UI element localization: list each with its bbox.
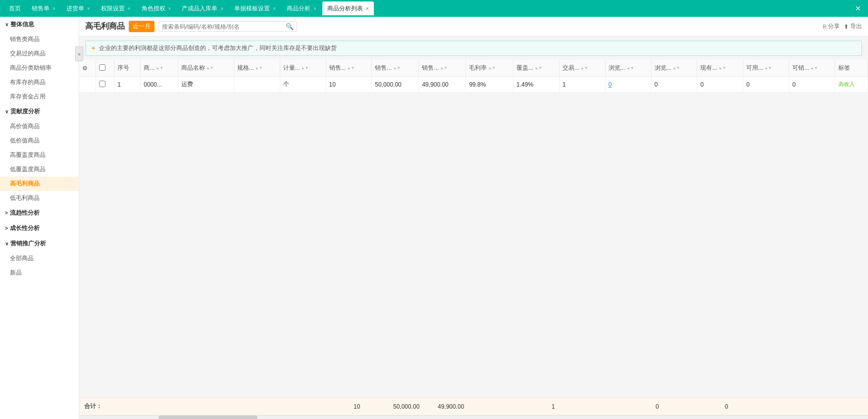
- settings-icon[interactable]: ⚙: [82, 65, 88, 72]
- export-button[interactable]: ⬆ 导出: [844, 22, 862, 31]
- nav-item-单据模板设置[interactable]: 单据模板设置 ×: [229, 1, 281, 15]
- sidebar-item-低毛利商品[interactable]: 低毛利商品: [0, 191, 79, 205]
- search-input[interactable]: [162, 23, 286, 30]
- tag-label: 高收入: [838, 81, 855, 87]
- sidebar-item-商品分类助销率[interactable]: 商品分类助销率: [0, 61, 79, 75]
- footer-total-cell: [687, 403, 722, 410]
- tab-close-icon[interactable]: ×: [87, 6, 90, 11]
- scrollbar-thumb[interactable]: [158, 416, 257, 419]
- nav-item-角色授权[interactable]: 角色授权 ×: [137, 1, 176, 15]
- nav-item-商品分析列表[interactable]: 商品分析列表 ×: [322, 1, 374, 15]
- cell-stock_current: 0: [697, 77, 743, 93]
- col-header-spec[interactable]: 规格...▲▼: [234, 60, 280, 77]
- col-header-code[interactable]: 商...▲▼: [141, 60, 178, 77]
- sort-icon[interactable]: ▲▼: [626, 66, 634, 70]
- cell-spec: [234, 77, 280, 93]
- tab-close-icon[interactable]: ×: [273, 6, 276, 11]
- select-all-checkbox[interactable]: [99, 64, 105, 71]
- col-header-unit[interactable]: 计量...▲▼: [280, 60, 326, 77]
- tab-close-icon[interactable]: ×: [128, 6, 131, 11]
- col-header-stock_available[interactable]: 可用...▲▼: [743, 60, 789, 77]
- sort-icon[interactable]: ▲▼: [810, 66, 818, 70]
- sidebar-item-有库存的商品[interactable]: 有库存的商品: [0, 75, 79, 90]
- nav-item-首页[interactable]: 首页: [4, 1, 26, 15]
- sidebar-item-销售类商品[interactable]: 销售类商品: [0, 32, 79, 47]
- tab-close-icon[interactable]: ×: [168, 6, 171, 11]
- close-all-tabs[interactable]: ✕: [852, 4, 864, 12]
- col-header-view2[interactable]: 浏览...▲▼: [651, 60, 697, 77]
- sidebar-item-新品[interactable]: 新品: [0, 266, 79, 280]
- share-button[interactable]: ⎘ 分享: [823, 22, 840, 31]
- nav-item-权限设置[interactable]: 权限设置 ×: [96, 1, 136, 15]
- cell-name: 运费: [178, 77, 234, 93]
- col-header-sales_amount[interactable]: 销售...▲▼: [372, 60, 419, 77]
- sidebar-item-高覆盖度商品[interactable]: 高覆盖度商品: [0, 148, 79, 162]
- sidebar-group-流趋性分析[interactable]: >流趋性分析: [0, 205, 79, 221]
- col-header-index: 序号: [114, 60, 141, 77]
- sidebar: ∨整体信息销售类商品交易过的商品商品分类助销率有库存的商品库存资金占用∨贡献度分…: [0, 17, 79, 419]
- sort-icon[interactable]: ▲▼: [347, 66, 355, 70]
- col-header-view1[interactable]: 浏览...▲▼: [605, 60, 651, 77]
- sidebar-item-库存资金占用[interactable]: 库存资金占用: [0, 90, 79, 104]
- sidebar-item-高价值商品[interactable]: 高价值商品: [0, 119, 79, 134]
- col-header-stock_current[interactable]: 现有...▲▼: [697, 60, 743, 77]
- view-link[interactable]: 0: [609, 81, 612, 88]
- footer-totals: 合计： 1050,000.0049,900.00100: [79, 397, 868, 415]
- cell-view1[interactable]: 0: [605, 77, 651, 93]
- sort-icon[interactable]: ▲▼: [255, 66, 263, 70]
- cell-code: 0000...: [141, 77, 178, 93]
- sort-icon[interactable]: ▲▼: [206, 66, 214, 70]
- cell-checkbox[interactable]: [96, 77, 114, 93]
- col-header-stock_saleable[interactable]: 可销...▲▼: [789, 60, 835, 77]
- sidebar-item-交易过的商品[interactable]: 交易过的商品: [0, 47, 79, 61]
- product-table: ⚙序号商...▲▼商品名称▲▼规格...▲▼计量...▲▼销售...▲▼销售..…: [79, 60, 868, 93]
- horizontal-scrollbar[interactable]: [79, 415, 868, 419]
- sort-icon[interactable]: ▲▼: [764, 66, 772, 70]
- tab-close-icon[interactable]: ×: [313, 6, 316, 11]
- sidebar-group-贡献度分析[interactable]: ∨贡献度分析: [0, 104, 79, 119]
- sort-icon[interactable]: ▲▼: [155, 66, 163, 70]
- sort-icon[interactable]: ▲▼: [534, 66, 542, 70]
- col-header-name[interactable]: 商品名称▲▼: [178, 60, 234, 77]
- row-checkbox[interactable]: [99, 81, 105, 87]
- sidebar-group-成长性分析[interactable]: >成长性分析: [0, 221, 79, 236]
- sort-icon[interactable]: ▲▼: [672, 66, 680, 70]
- footer-total-cell: [321, 403, 351, 410]
- sort-icon[interactable]: ▲▼: [488, 66, 496, 70]
- cell-index: 1: [114, 77, 141, 93]
- search-icon[interactable]: 🔍: [286, 23, 294, 30]
- nav-item-进货单[interactable]: 进货单 ×: [61, 1, 95, 15]
- sort-icon[interactable]: ▲▼: [301, 66, 309, 70]
- col-header-transactions[interactable]: 交易...▲▼: [559, 60, 605, 77]
- sidebar-item-低价值商品[interactable]: 低价值商品: [0, 134, 79, 148]
- sort-icon[interactable]: ▲▼: [393, 66, 401, 70]
- nav-item-销售单[interactable]: 销售单 ×: [27, 1, 60, 15]
- sort-icon[interactable]: ▲▼: [718, 66, 726, 70]
- footer-total-cell: [514, 403, 549, 410]
- sidebar-group-营销推广分析[interactable]: ∨营销推广分析: [0, 236, 79, 251]
- page-title: 高毛利商品: [85, 21, 125, 32]
- cell-view2: 0: [651, 77, 697, 93]
- col-header-coverage[interactable]: 覆盖...▲▼: [513, 60, 560, 77]
- tab-close-icon[interactable]: ×: [52, 6, 55, 11]
- col-header-sales_cost[interactable]: 销售...▲▼: [419, 60, 466, 77]
- sidebar-item-全部商品[interactable]: 全部商品: [0, 251, 79, 266]
- data-table-container[interactable]: ⚙序号商...▲▼商品名称▲▼规格...▲▼计量...▲▼销售...▲▼销售..…: [79, 60, 868, 397]
- sidebar-item-高毛利商品[interactable]: 高毛利商品: [0, 177, 79, 191]
- tab-close-icon[interactable]: ×: [366, 6, 369, 11]
- filter-recent-month-button[interactable]: 近一月: [129, 21, 154, 32]
- nav-item-商品分析[interactable]: 商品分析 ×: [282, 1, 321, 15]
- sort-icon[interactable]: ▲▼: [580, 66, 588, 70]
- sidebar-group-整体信息[interactable]: ∨整体信息: [0, 17, 79, 32]
- sort-icon[interactable]: ▲▼: [440, 66, 448, 70]
- sidebar-collapse-button[interactable]: «: [75, 47, 83, 61]
- info-icon: ✦: [91, 45, 96, 52]
- header-actions: ⎘ 分享 ⬆ 导出: [823, 22, 862, 31]
- info-banner: ✦ 企业的主要的利润都是这部分商品创造的，可考虑加大推广，同时关注库存是不要出现…: [85, 41, 862, 56]
- footer-total-cell: 49,900.00: [435, 403, 479, 410]
- nav-item-产成品入库单[interactable]: 产成品入库单 ×: [177, 1, 228, 15]
- tab-close-icon[interactable]: ×: [220, 6, 223, 11]
- col-header-gross_margin[interactable]: 毛利率▲▼: [466, 60, 513, 77]
- sidebar-item-低覆盖度商品[interactable]: 低覆盖度商品: [0, 162, 79, 177]
- col-header-sales_qty[interactable]: 销售...▲▼: [326, 60, 372, 77]
